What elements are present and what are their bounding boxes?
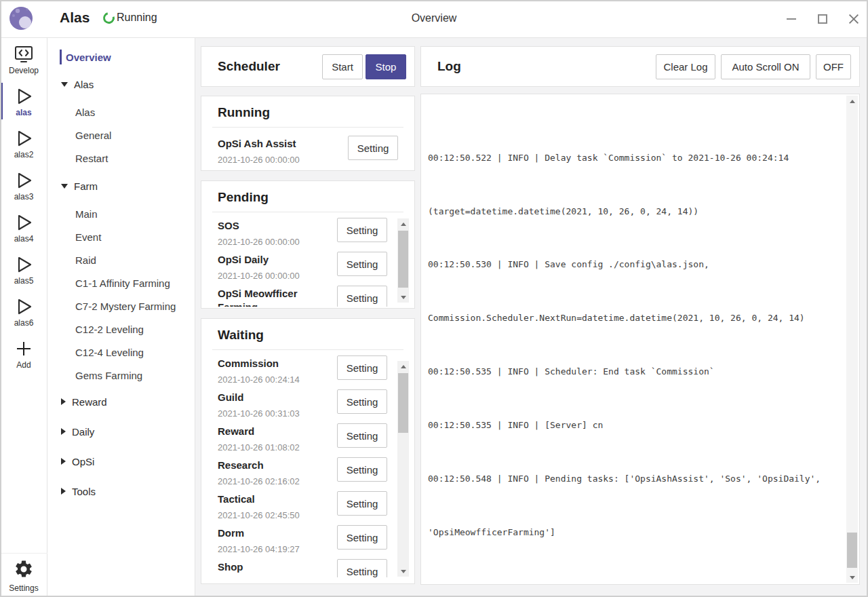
task-row: OpSi Meowfficer Farming Setting (218, 286, 414, 307)
nav-item-label: Alas (74, 79, 94, 90)
log-line: 'OpsiMeowfficerFarming'] (428, 526, 840, 539)
task-row: Tactical 2021-10-26 02:45:50 Setting (218, 491, 414, 525)
minimize-button[interactable] (784, 12, 799, 26)
task-row: OpSi Ash Assist 2021-10-26 00:00:00 Sett… (218, 133, 414, 171)
rail-item-label: alas (16, 108, 31, 117)
nav-item[interactable]: Restart (47, 147, 195, 170)
task-name: Tactical (218, 491, 332, 506)
log-line: (target=datetime.datetime(2021, 10, 26, … (428, 205, 840, 218)
nav-item[interactable]: Alas (47, 68, 195, 100)
nav-item[interactable]: Tools (47, 476, 195, 506)
nav-item[interactable]: Farm (47, 170, 195, 202)
nav-item-label: OpSi (72, 456, 94, 467)
setting-button[interactable]: Setting (337, 286, 387, 307)
pending-title: Pending (218, 190, 269, 204)
scrollbar[interactable] (397, 218, 409, 303)
log-line: Commission.Scheduler.NextRun=datetime.da… (428, 311, 840, 325)
nav-item[interactable]: Main (47, 202, 195, 225)
log-title: Log (437, 59, 656, 74)
task-next-run: 2021-10-26 00:00:00 (218, 233, 332, 248)
task-row: Dorm 2021-10-26 04:19:27 Setting (218, 525, 414, 559)
setting-button[interactable]: Setting (348, 136, 398, 160)
setting-button[interactable]: Setting (337, 457, 387, 482)
nav-item[interactable]: Alas (47, 100, 195, 123)
nav-item[interactable]: C1-1 Affinity Farming (47, 271, 195, 294)
rail-item[interactable]: Develop (0, 38, 47, 80)
clear-log-button[interactable]: Clear Log (656, 54, 715, 79)
nav-item[interactable]: Reward (47, 387, 195, 417)
scroll-down-icon[interactable] (397, 566, 409, 577)
scroll-down-icon[interactable] (846, 572, 858, 583)
stop-button[interactable]: Stop (366, 54, 406, 79)
nav-item[interactable]: General (47, 123, 195, 147)
setting-button[interactable]: Setting (337, 491, 387, 516)
task-row: OpSi Daily 2021-10-26 00:00:00 Setting (218, 252, 414, 286)
task-name: Commission (218, 355, 332, 370)
task-next-run: 2021-10-26 00:31:03 (218, 404, 332, 420)
nav-item[interactable]: C7-2 Mystery Farming (47, 294, 195, 317)
maximize-button[interactable] (815, 12, 830, 26)
close-button[interactable] (846, 12, 861, 26)
rail-item[interactable]: alas3 (0, 164, 47, 206)
setting-button[interactable]: Setting (337, 389, 387, 414)
scroll-up-icon[interactable] (397, 218, 409, 229)
nav-item-label: Overview (66, 52, 111, 63)
rail-item-label: alas5 (14, 276, 34, 286)
scrollbar[interactable] (846, 96, 858, 583)
scroll-up-icon[interactable] (846, 96, 858, 107)
nav-item[interactable]: Overview (47, 46, 195, 68)
settings-button[interactable]: Settings (0, 553, 47, 593)
nav-item[interactable]: OpSi (47, 446, 195, 476)
nav-item[interactable]: C12-4 Leveling (47, 341, 195, 364)
auto-scroll-on-button[interactable]: Auto Scroll ON (721, 54, 810, 79)
minimize-icon (787, 18, 796, 20)
rail-item[interactable]: alas6 (0, 290, 47, 332)
play-icon (14, 86, 34, 107)
scrollbar-thumb[interactable] (398, 231, 408, 288)
task-next-run: 2021-10-26 00:00:00 (218, 267, 332, 282)
nav-item-label: C12-2 Leveling (75, 324, 144, 335)
setting-button[interactable]: Setting (337, 355, 387, 380)
setting-button[interactable]: Setting (337, 252, 387, 276)
rail-item[interactable]: alas5 (0, 248, 47, 290)
scrollbar-thumb[interactable] (398, 373, 408, 433)
rail-item[interactable]: alas4 (0, 206, 47, 248)
task-next-run (218, 574, 332, 577)
triangle-icon (61, 184, 68, 189)
nav-item[interactable]: Raid (47, 248, 195, 271)
scroll-down-icon[interactable] (397, 292, 409, 303)
log-line: 00:12:50.530 | INFO | Save config ./conf… (428, 258, 840, 271)
nav-item[interactable]: Event (47, 225, 195, 248)
triangle-icon (61, 428, 66, 435)
rail-item[interactable]: alas (0, 80, 47, 122)
log-line: 00:12:50.548 | INFO | [Task] OpsiAshAssi… (428, 579, 840, 581)
triangle-icon (61, 488, 66, 495)
setting-button[interactable]: Setting (337, 218, 387, 242)
task-next-run: 2021-10-26 04:19:27 (218, 540, 332, 556)
log-line: 00:12:50.522 | INFO | Delay task `Commis… (428, 151, 840, 165)
scrollbar[interactable] (397, 361, 409, 577)
task-name: Reward (218, 423, 332, 438)
triangle-icon (61, 398, 66, 405)
scheduler-panel: Scheduler Start Stop (201, 46, 415, 87)
content-area: Scheduler Start Stop Running OpSi Ash As… (195, 38, 868, 597)
rail-item-label: Develop (9, 66, 39, 75)
scrollbar-thumb[interactable] (847, 533, 857, 568)
scroll-up-icon[interactable] (397, 361, 409, 372)
start-button[interactable]: Start (322, 54, 363, 79)
setting-button[interactable]: Setting (337, 525, 387, 550)
task-row: Guild 2021-10-26 00:31:03 Setting (218, 389, 414, 423)
task-next-run: 2021-10-26 00:24:14 (218, 370, 332, 386)
auto-scroll-off-button[interactable]: OFF (816, 54, 851, 79)
nav-item[interactable]: Daily (47, 417, 195, 446)
setting-button[interactable]: Setting (337, 559, 387, 577)
nav-item[interactable]: C12-2 Leveling (47, 317, 195, 341)
task-name: Dorm (218, 525, 332, 540)
nav-item[interactable]: Gems Farming (47, 364, 195, 387)
pending-panel: Pending SOS 2021-10-26 00:00:00 Setting … (201, 180, 415, 309)
setting-button[interactable]: Setting (337, 423, 387, 448)
scheduler-title: Scheduler (218, 59, 322, 74)
rail-item[interactable]: Add (0, 332, 47, 374)
rail-item[interactable]: alas2 (0, 122, 47, 164)
nav-item-label: Tools (72, 486, 96, 497)
